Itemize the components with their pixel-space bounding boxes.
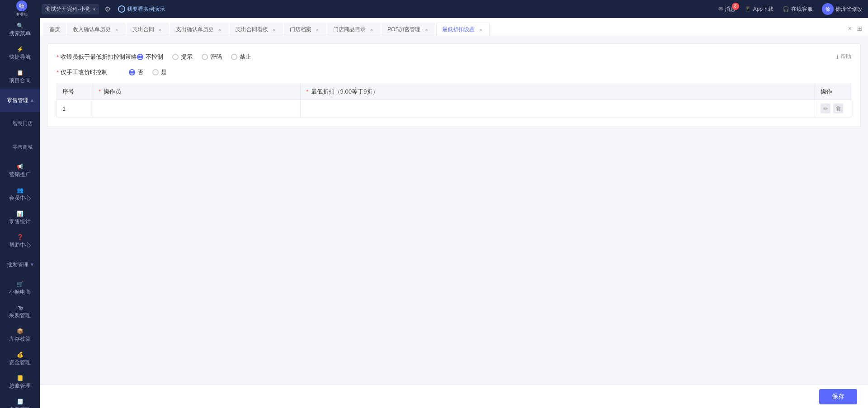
radio-remind[interactable]: 提示 [172,53,193,61]
sidebar-item-retail-mall[interactable]: 零售商城 [0,136,40,159]
search-icon: 🔍 [17,22,24,30]
sidebar-item-smart-store[interactable]: 智慧门店 [0,112,40,136]
sidebar-label-ledger: 总账管理 [9,382,31,390]
project-selector[interactable]: 测试分开完程-小觉 ▾ [42,4,99,14]
user-menu[interactable]: 徐 徐泽华修改 [822,3,863,15]
sidebar-item-member[interactable]: 👥 会员中心 [0,183,40,206]
sidebar-label-project: 项目合同 [9,77,31,84]
sidebar-label-invoice: 发票管理 [9,406,31,408]
sidebar-item-inventory[interactable]: 📦 库存核算 [0,324,40,347]
table-header: 序号 * 操作员 * 最低折扣（9.00等于9折） [57,84,851,100]
sidebar-label-retail: 零售管理 [5,97,30,104]
tab-pos-password-close[interactable]: × [423,27,429,33]
tab-payment-confirm-history[interactable]: 支出确认单历史 × [170,23,229,36]
message-icon: ✉ [718,6,723,12]
demo-link[interactable]: ○ 我要看实例演示 [118,5,165,13]
demo-text: 我要看实例演示 [127,5,165,13]
form-label-manual-price: * 仅手工改价时控制 [57,68,129,76]
chevron-down-icon: ▾ [93,7,95,12]
logo-text: 专业版 [16,12,28,18]
tab-payment-contract-board[interactable]: 支出合同看板 × [230,23,283,36]
project-icon: 📋 [17,69,24,77]
radio-no-control-circle [137,54,143,60]
app-logo: 畅 专业版 [5,0,38,18]
help-label: 帮助 [840,53,851,61]
tab-payment-confirm-history-close[interactable]: × [217,27,223,33]
tab-store-product-catalog-close[interactable]: × [368,27,375,33]
tab-payment-contract-close[interactable]: × [157,27,163,33]
sidebar: 🔍 搜索菜单 ⚡ 快捷导航 📋 项目合同 零售管理 ▲ 智慧门店 零售商城 📢 … [0,18,40,408]
online-service-label: 在线客服 [791,5,813,13]
sidebar-item-purchase[interactable]: 🛍 采购管理 [0,300,40,324]
ledger-icon: 📒 [17,375,24,382]
topbar: 畅 专业版 测试分开完程-小觉 ▾ ⚙ ○ 我要看实例演示 ✉ 消息 8 📱 A… [0,0,868,18]
col-min-discount-required: * [306,88,308,95]
app-download-button[interactable]: 📱 App下载 [745,5,774,13]
sidebar-item-ecommerce[interactable]: 🛒 小畅电商 [0,277,40,300]
member-icon: 👥 [17,187,24,194]
tab-pos-password[interactable]: POS加密管理 × [382,23,435,36]
tab-income-history-close[interactable]: × [113,27,120,33]
sidebar-label-help: 帮助中心 [9,241,31,249]
online-service-button[interactable]: 🎧 在线客服 [783,5,813,13]
col-min-discount: * 最低折扣（9.00等于9折） [300,84,815,100]
delete-icon[interactable]: 🗑 [833,103,843,113]
tab-store-product-catalog[interactable]: 门店商品目录 × [327,23,381,36]
sidebar-item-project[interactable]: 📋 项目合同 [0,65,40,89]
sidebar-label-wholesale: 批发管理 [5,261,30,269]
sidebar-item-retail[interactable]: 零售管理 ▲ [0,89,40,112]
message-button[interactable]: ✉ 消息 8 [718,5,736,13]
radio-group-manual-price: 否 是 [129,68,167,76]
sidebar-label-inventory: 库存核算 [9,335,31,343]
radio-yes[interactable]: 是 [152,68,167,76]
logo-icon: 畅 [16,0,27,11]
tabbar-controls: × ⊞ [846,24,864,36]
tab-store-file-close[interactable]: × [314,27,321,33]
sidebar-item-marketing[interactable]: 📢 营销推广 [0,159,40,183]
marketing-icon: 📢 [17,163,24,171]
radio-forbid[interactable]: 禁止 [231,53,251,61]
tab-income-history[interactable]: 收入确认单历史 × [67,23,126,36]
form-row-discount-control: * 收银员低于最低折扣控制策略 不控制 [57,53,851,61]
tab-expand-button[interactable]: ⊞ [855,24,864,33]
sidebar-item-finance[interactable]: 💰 资金管理 [0,347,40,370]
help-link[interactable]: ℹ 帮助 [836,53,851,61]
sidebar-item-ledger[interactable]: 📒 总账管理 [0,370,40,394]
col-seq: 序号 [57,84,93,100]
settings-icon[interactable]: ⚙ [104,5,111,14]
tab-pos-password-label: POS加密管理 [387,26,420,33]
tab-home-label: 首页 [49,26,60,33]
tab-home[interactable]: 首页 [43,23,66,36]
cell-action-1: ✏ 🗑 [815,100,851,117]
main-layout: 🔍 搜索菜单 ⚡ 快捷导航 📋 项目合同 零售管理 ▲ 智慧门店 零售商城 📢 … [0,18,868,408]
tab-payment-contract[interactable]: 支出合同 × [127,23,169,36]
sidebar-item-help[interactable]: ❓ 帮助中心 [0,230,40,253]
tab-min-discount-close[interactable]: × [477,27,484,33]
required-mark-1: * [57,54,59,61]
radio-no[interactable]: 否 [129,68,143,76]
sidebar-item-wholesale[interactable]: 批发管理 ▼ [0,253,40,277]
cell-min-discount-1[interactable] [300,100,815,117]
sidebar-item-quicknav[interactable]: ⚡ 快捷导航 [0,42,40,65]
cell-operator-1[interactable] [93,100,301,117]
sidebar-item-retail-stat[interactable]: 📊 零售统计 [0,206,40,230]
tab-store-file[interactable]: 门店档案 × [284,23,326,36]
invoice-icon: 🧾 [17,398,24,406]
edit-icon[interactable]: ✏ [821,103,830,113]
tab-close-all-button[interactable]: × [846,24,854,33]
app-download-label: App下载 [753,5,774,13]
sidebar-item-invoice[interactable]: 🧾 发票管理 [0,394,40,408]
save-button[interactable]: 保存 [819,389,857,404]
tab-income-history-label: 收入确认单历史 [73,26,111,33]
sidebar-label-retail-stat: 零售统计 [9,218,31,225]
radio-no-control[interactable]: 不控制 [137,53,163,61]
tabbar: 首页 收入确认单历史 × 支出合同 × 支出确认单历史 × 支出合同看板 × 门… [40,18,868,36]
project-name: 测试分开完程-小觉 [45,5,90,13]
tab-min-discount[interactable]: 最低折扣设置 × [436,23,490,36]
radio-password[interactable]: 密码 [202,53,222,61]
form-label-discount-control: * 收银员低于最低折扣控制策略 [57,53,137,61]
sidebar-item-search[interactable]: 🔍 搜索菜单 [0,18,40,42]
col-action: 操作 [815,84,851,100]
tab-payment-contract-board-close[interactable]: × [271,27,277,33]
tab-payment-contract-label: 支出合同 [132,26,154,33]
